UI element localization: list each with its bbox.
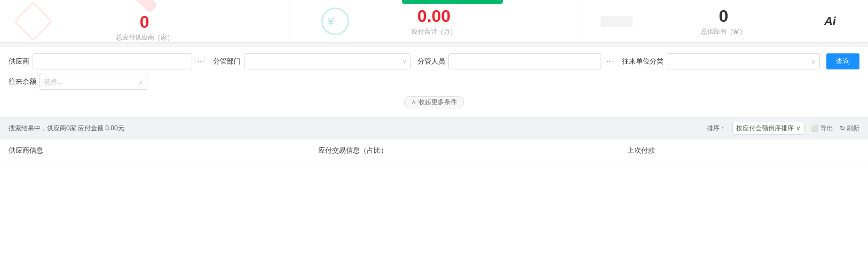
stats-bar: 0 总应付供应商（家） ¥ 快速录单的快捷键说明在这里 × 0.00 应付合计（… xyxy=(0,0,868,43)
table-body xyxy=(0,162,868,275)
collapse-bar: ∧ 收起更多条件 xyxy=(9,94,859,113)
results-bar: 搜索结果中，供应商0家 应付金额 0.00元 排序： 按应付会额倒序排序 ∨ ⬜… xyxy=(0,117,868,139)
export-label: 导出 xyxy=(820,124,833,133)
payable-total-label: 应付合计（万） xyxy=(412,27,456,36)
stat-total-suppliers: Ai 0 总供应商（家） xyxy=(579,0,868,42)
supplier-bg-icon xyxy=(13,2,53,41)
stat-total-payable-suppliers: 0 总应付供应商（家） xyxy=(0,0,289,42)
col-transaction-header: 应付交易信息（占比） xyxy=(318,146,628,155)
unit-class-label: 往来单位分类 xyxy=(622,57,664,66)
balance-dropdown[interactable]: 选择... ∨ xyxy=(40,74,147,90)
dept-arrow: ∨ xyxy=(403,59,406,65)
tooltip-close[interactable]: × xyxy=(494,0,498,1)
dept-label: 分管部门 xyxy=(213,57,241,66)
ai-badge: Ai xyxy=(824,14,836,28)
dept-dropdown[interactable]: ∨ xyxy=(244,53,411,69)
stat-payable-total: ¥ 快速录单的快捷键说明在这里 × 0.00 应付合计（万） xyxy=(289,0,579,42)
suppliers-bg xyxy=(601,16,633,27)
payable-total-value: 0.00 xyxy=(417,6,451,26)
col-supplier-header: 供应商信息 xyxy=(9,146,318,155)
person-input[interactable] xyxy=(448,53,601,69)
refresh-button[interactable]: ↻ 刷新 xyxy=(840,124,859,133)
payable-suppliers-value: 0 xyxy=(140,12,149,32)
tooltip-text: 快速录单的快捷键说明在这里 xyxy=(407,0,491,2)
query-button[interactable]: 查询 xyxy=(826,53,859,69)
tooltip-container: 快速录单的快捷键说明在这里 × xyxy=(402,0,512,4)
balance-label: 往来余额 xyxy=(9,77,36,87)
sort-value: 按应付会额倒序排序 xyxy=(736,124,794,133)
table-header: 供应商信息 应付交易信息（占比） 上次付款 xyxy=(0,139,868,162)
payable-suppliers-label: 总应付供应商（家） xyxy=(116,33,173,42)
collapse-button[interactable]: ∧ 收起更多条件 xyxy=(404,96,463,108)
person-label: 分管人员 xyxy=(417,57,445,66)
unit-class-filter: 往来单位分类 ∨ xyxy=(622,53,820,69)
person-dots[interactable]: ··· xyxy=(604,57,616,66)
supplier-filter: 供应商 ··· xyxy=(9,53,207,69)
dept-filter: 分管部门 ∨ xyxy=(213,53,411,69)
refresh-icon: ↻ xyxy=(840,124,845,132)
data-table: 供应商信息 应付交易信息（占比） 上次付款 xyxy=(0,139,868,275)
total-suppliers-label: 总供应商（家） xyxy=(701,27,746,36)
results-info: 搜索结果中，供应商0家 应付金额 0.00元 xyxy=(9,124,124,133)
balance-placeholder: 选择... xyxy=(44,77,62,87)
total-suppliers-value: 0 xyxy=(719,6,728,26)
unit-class-arrow: ∨ xyxy=(811,59,815,65)
balance-arrow: ∨ xyxy=(139,79,143,85)
results-actions: 排序： 按应付会额倒序排序 ∨ ⬜ 导出 ↻ 刷新 xyxy=(707,122,859,135)
filter-row-2: 往来余额 选择... ∨ xyxy=(9,74,859,90)
supplier-dots[interactable]: ··· xyxy=(195,57,207,66)
refresh-label: 刷新 xyxy=(847,124,859,133)
filter-bar: 供应商 ··· 分管部门 ∨ 分管人员 ··· 往来单位分类 ∨ xyxy=(0,47,868,117)
circle-icon xyxy=(321,7,349,35)
sort-select[interactable]: 按应付会额倒序排序 ∨ xyxy=(732,122,804,135)
col-lastpay-header: 上次付款 xyxy=(627,146,859,155)
sort-label: 排序： xyxy=(707,124,726,133)
export-button[interactable]: ⬜ 导出 xyxy=(811,124,833,133)
person-filter: 分管人员 ··· xyxy=(417,53,616,69)
balance-filter: 往来余额 选择... ∨ xyxy=(9,74,147,90)
supplier-label: 供应商 xyxy=(9,57,29,66)
sort-arrow: ∨ xyxy=(796,124,801,132)
filter-row-1: 供应商 ··· 分管部门 ∨ 分管人员 ··· 往来单位分类 ∨ xyxy=(9,53,859,69)
unit-class-dropdown[interactable]: ∨ xyxy=(667,53,820,69)
export-icon: ⬜ xyxy=(811,124,819,132)
coin-icon: ¥ xyxy=(328,15,334,27)
supplier-input[interactable] xyxy=(33,53,192,69)
tooltip-bubble: 快速录单的快捷键说明在这里 × xyxy=(402,0,503,4)
